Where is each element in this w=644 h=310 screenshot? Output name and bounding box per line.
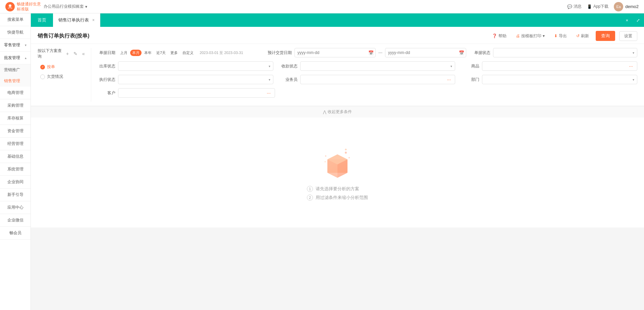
sidebar-item-inventory[interactable]: 库存核算 bbox=[0, 112, 31, 125]
collapse-scheme-button[interactable]: « bbox=[80, 50, 87, 57]
refresh-icon: ↺ bbox=[576, 34, 580, 38]
header-right: 💬 消息 📱 App下载 Ea demo2 bbox=[567, 2, 639, 11]
empty-tip-2: 2 用过滤条件来缩小分析范围 bbox=[307, 195, 368, 201]
page-header: 销售订单执行表(按单) ❓ 帮助 🖨 按模板打印 ▾ ⬇ bbox=[31, 27, 644, 44]
page-actions: ❓ 帮助 🖨 按模板打印 ▾ ⬇ 导出 ↺ bbox=[489, 31, 637, 41]
filter-nav-dot-active: ✓ bbox=[40, 65, 45, 69]
sidebar-item-wholesale[interactable]: 批发管理 ▴ bbox=[0, 52, 31, 64]
date-tab-thisyear[interactable]: 本年 bbox=[142, 50, 154, 56]
expected-date-to-input[interactable] bbox=[385, 48, 466, 57]
message-button[interactable]: 💬 消息 bbox=[567, 4, 582, 9]
delivery-status-select[interactable]: ▾ bbox=[118, 61, 273, 71]
dept-label: 部门 bbox=[461, 77, 479, 83]
date-tab-more[interactable]: 更多 bbox=[168, 50, 180, 56]
goods-label: 商品 bbox=[461, 63, 479, 69]
sidebar-item-sales[interactable]: 销售管理 bbox=[0, 75, 31, 87]
sidebar-item-ecommerce[interactable]: 电商管理 bbox=[0, 87, 31, 99]
sidebar-item-finance[interactable]: 资金管理 bbox=[0, 125, 31, 138]
date-tab-thismonth[interactable]: 本月 bbox=[130, 50, 142, 56]
page-title: 销售订单执行表(按单) bbox=[38, 33, 90, 40]
query-button[interactable]: 查询 bbox=[596, 31, 615, 41]
settings-button[interactable]: 设置 bbox=[619, 31, 637, 41]
sidebar-item-enterprise[interactable]: 企业协同 bbox=[0, 176, 31, 189]
salesperson-label: 业务员 bbox=[279, 77, 298, 83]
print-icon: 🖨 bbox=[516, 34, 520, 38]
sidebar-item-basic[interactable]: 基础信息 bbox=[0, 150, 31, 163]
goods-select[interactable]: ··· bbox=[482, 61, 637, 71]
date-filter: 单据日期 上月 本月 本年 近7天 更多 自定义 2023-03-01 至 20… bbox=[97, 50, 262, 56]
tab-close-window[interactable]: × bbox=[622, 13, 632, 27]
sidebar-item-appcenter[interactable]: 应用中心 bbox=[0, 201, 31, 214]
filter-nav-shortage[interactable]: 欠货情况 bbox=[38, 72, 87, 82]
tip-num-2: 2 bbox=[307, 195, 313, 201]
sidebar-item-wechat[interactable]: 企业微信 bbox=[0, 214, 31, 227]
goods-ellipsis[interactable]: ··· bbox=[628, 63, 634, 69]
sidebar-item-quicknav[interactable]: 快捷导航 bbox=[0, 26, 31, 39]
dept-select[interactable]: ▾ bbox=[482, 75, 637, 84]
date-tab-7days[interactable]: 近7天 bbox=[154, 50, 168, 56]
refresh-button[interactable]: ↺ 刷新 bbox=[574, 32, 592, 40]
date-tabs: 上月 本月 本年 近7天 更多 自定义 bbox=[118, 50, 196, 56]
salesperson-select[interactable]: ··· bbox=[300, 75, 455, 84]
print-button[interactable]: 🖨 按模板打印 ▾ bbox=[513, 32, 547, 40]
payment-status-filter: 收款状态 ▾ bbox=[279, 61, 455, 71]
svg-text:✦: ✦ bbox=[324, 160, 326, 163]
filter-sidebar-title: 按以下方案查询 bbox=[38, 48, 64, 59]
tab-sales-order[interactable]: 销售订单执行表 × bbox=[53, 13, 100, 27]
expected-date-filter: 预计交货日期 📅 — 📅 bbox=[268, 48, 467, 57]
export-icon: ⬇ bbox=[554, 34, 557, 38]
empty-state: ✦ ✦ 1 请先选择要分析的方案 2 用过滤条件来缩小分析范围 bbox=[31, 117, 644, 227]
status-label: 单据状态 bbox=[472, 50, 490, 56]
tab-maximize[interactable]: ⤢ bbox=[632, 13, 644, 27]
date-filter-label: 单据日期 bbox=[97, 50, 115, 56]
date-tab-custom[interactable]: 自定义 bbox=[180, 50, 196, 56]
filter-nav-by-order[interactable]: ✓ 按单 bbox=[38, 62, 87, 72]
header-left: 畅捷通好生意 标准版 办公用品行业模拟账套 ▾ bbox=[5, 2, 87, 11]
tip-num-1: 1 bbox=[307, 186, 313, 192]
svg-point-6 bbox=[348, 157, 350, 158]
customer-filter: 客户 ··· bbox=[97, 88, 275, 98]
sidebar: 搜索菜单 快捷导航 零售管理 ▾ 批发管理 ▴ 营销推广 销售管理 电商管理 采… bbox=[0, 13, 31, 310]
date-tab-lastmonth[interactable]: 上月 bbox=[118, 50, 129, 56]
expected-date-from-input[interactable] bbox=[294, 48, 376, 57]
exec-status-select[interactable]: ▾ bbox=[118, 75, 273, 84]
payment-status-select[interactable]: ▾ bbox=[300, 61, 455, 71]
sidebar-item-purchase[interactable]: 采购管理 bbox=[0, 99, 31, 112]
sidebar-item-search[interactable]: 搜索菜单 bbox=[0, 13, 31, 26]
print-dropdown-arrow[interactable]: ▾ bbox=[543, 34, 545, 38]
export-button[interactable]: ⬇ 导出 bbox=[551, 32, 570, 40]
filter-row-2: 出库状态 ▾ 收款状态 ▾ bbox=[97, 61, 637, 71]
sidebar-item-operation[interactable]: 经营管理 bbox=[0, 138, 31, 150]
breadcrumb-arrow[interactable]: ▾ bbox=[85, 4, 87, 9]
exec-status-filter: 执行状态 ▾ bbox=[97, 75, 273, 84]
sidebar-item-newbie[interactable]: 新手引导 bbox=[0, 189, 31, 201]
filter-section: 按以下方案查询 + ✎ « ✓ 按单 bbox=[31, 44, 644, 106]
tab-close-icon[interactable]: × bbox=[92, 18, 95, 22]
dept-filter: 部门 ▾ bbox=[461, 75, 637, 84]
edit-scheme-button[interactable]: ✎ bbox=[72, 50, 79, 57]
app-download-button[interactable]: 📱 App下载 bbox=[587, 4, 608, 9]
logo-text: 畅捷通好生意 标准版 bbox=[17, 2, 41, 11]
status-select[interactable]: ▾ bbox=[493, 48, 637, 57]
add-scheme-button[interactable]: + bbox=[64, 50, 71, 57]
sidebar-item-member[interactable]: 畅会员 bbox=[0, 227, 31, 240]
top-header: 畅捷通好生意 标准版 办公用品行业模拟账套 ▾ 💬 消息 📱 App下载 Ea … bbox=[0, 0, 644, 13]
sidebar-item-system[interactable]: 系统管理 bbox=[0, 163, 31, 176]
sidebar-item-marketing[interactable]: 营销推广 bbox=[0, 64, 31, 75]
expected-date-from-icon[interactable]: 📅 bbox=[368, 50, 374, 55]
sidebar-item-retail[interactable]: 零售管理 ▾ bbox=[0, 39, 31, 52]
collapse-up-icon: ⋀ bbox=[323, 110, 326, 114]
expected-date-to-icon[interactable]: 📅 bbox=[459, 50, 464, 55]
collapse-label: 收起更多条件 bbox=[328, 109, 352, 115]
customer-select[interactable]: ··· bbox=[118, 88, 275, 98]
collapse-bar[interactable]: ⋀ 收起更多条件 bbox=[31, 106, 644, 117]
salesperson-ellipsis[interactable]: ··· bbox=[446, 77, 452, 82]
logo-icon bbox=[5, 2, 15, 11]
tab-home[interactable]: 首页 bbox=[31, 13, 53, 27]
filter-sidebar-header: 按以下方案查询 + ✎ « bbox=[38, 48, 87, 59]
user-info[interactable]: Ea demo2 bbox=[614, 2, 639, 11]
help-button[interactable]: ❓ 帮助 bbox=[489, 32, 509, 40]
customer-ellipsis[interactable]: ··· bbox=[265, 90, 272, 96]
svg-point-0 bbox=[9, 4, 11, 7]
download-icon: 📱 bbox=[587, 4, 592, 9]
